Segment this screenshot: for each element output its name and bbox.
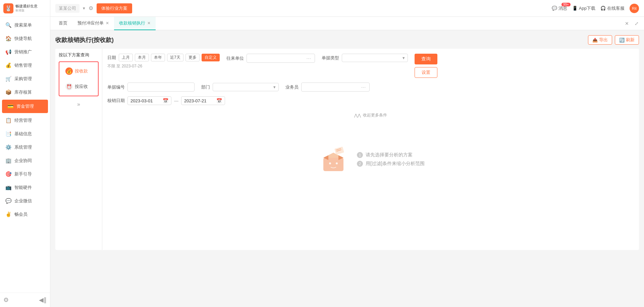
message-btn[interactable]: 💬 消息 99+ [552, 5, 567, 11]
enterprise-icon: 🏢 [5, 157, 12, 164]
date-btn-7days[interactable]: 近7天 [167, 54, 183, 61]
counterparty-dots-icon[interactable]: ··· [307, 56, 311, 61]
company-name[interactable]: 某某公司 [55, 4, 79, 13]
counterparty-input[interactable] [250, 56, 307, 61]
tab-expand[interactable]: ⤢ [633, 19, 641, 28]
sidebar-label-hardware: 智能硬件 [14, 185, 32, 191]
sidebar-item-search[interactable]: 🔍 搜索菜单 [0, 18, 50, 32]
tab-writeoff[interactable]: 收款核销执行 ✕ [114, 17, 156, 30]
industry-btn[interactable]: 体验行业方案 [97, 3, 132, 13]
date-btn-this-month[interactable]: 本月 [135, 54, 149, 61]
tab-home[interactable]: 首页 [54, 17, 72, 30]
sidebar-logo: 🐰 畅捷通好生意 标准版 [0, 0, 50, 17]
sidebar-label-purchase: 采购管理 [14, 76, 32, 82]
date-range-separator: — [174, 98, 178, 103]
marketing-icon: 📢 [5, 49, 12, 55]
online-service-btn[interactable]: 🎧 在线客服 [600, 5, 625, 11]
writeoff-date-end-input[interactable] [184, 98, 214, 103]
sidebar-item-enterprise[interactable]: 🏢 企业协同 [0, 154, 50, 167]
user-avatar[interactable]: Rit [630, 4, 639, 13]
purchase-icon: 🛒 [5, 75, 12, 82]
refresh-button[interactable]: 🔄 刷新 [615, 35, 639, 45]
sidebar-label-guide: 新手引导 [14, 171, 32, 177]
header-right: 💬 消息 99+ 📱 App下载 🎧 在线客服 Rit [552, 4, 639, 13]
app-icon: 📱 [572, 6, 578, 11]
sidebar: 🐰 畅捷通好生意 标准版 🔍 搜索菜单 🏠 快捷导航 📢 营销推广 💰 销售管理… [0, 0, 50, 307]
staff-dots-icon[interactable]: ··· [361, 85, 366, 90]
sidebar-item-marketing[interactable]: 📢 营销推广 [0, 45, 50, 59]
filter-panel: 按以下方案查询 💰 按收款 ⏰ 按应收 » [55, 49, 102, 250]
sidebar-label-marketing: 营销推广 [14, 49, 32, 55]
dept-field: 部门 ▾ [201, 83, 279, 91]
sidebar-item-guide[interactable]: 🎯 新手引导 [0, 167, 50, 181]
sidebar-item-finance[interactable]: 💳 资金管理 [2, 100, 48, 113]
query-button[interactable]: 查询 [415, 54, 437, 64]
sidebar-item-sales[interactable]: 💰 销售管理 [0, 59, 50, 72]
sidebar-item-inventory[interactable]: 📦 库存核算 [0, 86, 50, 99]
date-btn-last-month[interactable]: 上月 [119, 54, 133, 61]
tab-writeoff-close[interactable]: ✕ [147, 21, 151, 25]
tab-prepay[interactable]: 预付冲应付单 ✕ [72, 17, 114, 30]
receipt-option-icon: 💰 [65, 67, 73, 75]
inventory-icon: 📦 [5, 89, 12, 96]
sidebar-label-inventory: 库存核算 [14, 89, 32, 95]
calendar-start-icon[interactable]: 📅 [163, 98, 168, 103]
sidebar-item-basic[interactable]: 📑 基础信息 [0, 127, 50, 141]
finance-icon: 💳 [7, 103, 14, 110]
date-btn-custom[interactable]: 自定义 [202, 54, 220, 61]
sidebar-bottom: ⚙ ◀‖ [0, 293, 50, 307]
form-actions: 查询 设置 [415, 54, 437, 78]
app-download-btn[interactable]: 📱 App下载 [572, 5, 595, 11]
writeoff-date-field: 核销日期 📅 — 📅 [107, 96, 225, 105]
sidebar-label-search: 搜索菜单 [14, 22, 32, 28]
calendar-end-icon[interactable]: 📅 [216, 98, 222, 103]
sidebar-label-quick-nav: 快捷导航 [14, 36, 32, 42]
bill-no-input[interactable] [131, 85, 191, 90]
form-row-3: 核销日期 📅 — 📅 [107, 96, 634, 105]
sidebar-item-hardware[interactable]: 📺 智能硬件 [0, 181, 50, 194]
sidebar-item-system[interactable]: ⚙️ 系统管理 [0, 141, 50, 154]
settings-icon[interactable]: ⚙ [3, 296, 9, 304]
dept-select[interactable]: ▾ [213, 83, 279, 91]
hint-text-1: 请先选择要分析的方案 [366, 152, 413, 158]
collapse-chevron-icon: » [77, 101, 80, 107]
dept-input[interactable] [216, 85, 272, 90]
date-range: 📅 — 📅 [127, 96, 225, 105]
sales-icon: 💰 [5, 62, 12, 69]
staff-input[interactable] [305, 85, 361, 90]
sidebar-label-basic: 基础信息 [14, 131, 32, 137]
receivable-option-icon: ⏰ [65, 83, 73, 90]
bill-no-field: 单据编号 [107, 83, 195, 92]
tab-bar: 首页 预付冲应付单 ✕ 收款核销执行 ✕ ✕ ⤢ [50, 17, 644, 30]
sidebar-item-quick-nav[interactable]: 🏠 快捷导航 [0, 32, 50, 45]
date-btn-this-year[interactable]: 本年 [151, 54, 165, 61]
filter-by-receivable[interactable]: ⏰ 按应收 [62, 80, 95, 93]
export-button[interactable]: 📤 导出 [588, 35, 612, 45]
collapse-sidebar-icon[interactable]: ◀‖ [39, 296, 47, 304]
bill-type-select[interactable]: ▾ [342, 54, 408, 62]
app-download-label: App下载 [579, 5, 595, 11]
hint-num-2: 2 [357, 161, 363, 167]
sidebar-item-wechat[interactable]: 💬 企业微信 [0, 194, 50, 208]
gear-icon[interactable]: ⚙ [89, 5, 93, 11]
filter-by-receipt[interactable]: 💰 按收款 [62, 65, 95, 78]
dropdown-chevron-icon[interactable]: ▾ [83, 6, 85, 11]
page-title-bar: 收款核销执行(按收款) 📤 导出 🔄 刷新 [55, 35, 639, 45]
sidebar-item-member[interactable]: ✌️ 畅会员 [0, 208, 50, 221]
filter-collapse-btn[interactable]: » [59, 101, 99, 107]
logo-text-wrap: 畅捷通好生意 标准版 [15, 4, 38, 13]
top-header: 某某公司 ▾ ⚙ 体验行业方案 💬 消息 99+ 📱 App下载 🎧 在线客服 … [50, 0, 644, 17]
sidebar-item-purchase[interactable]: 🛒 采购管理 [0, 72, 50, 86]
bill-type-field: 单据类型 ▾ [322, 54, 408, 62]
date-btn-more[interactable]: 更多 [185, 54, 200, 61]
logo-title: 畅捷通好生意 [15, 4, 38, 8]
writeoff-date-start-input[interactable] [130, 98, 161, 103]
tab-close-all[interactable]: ✕ [623, 19, 631, 28]
tab-prepay-close[interactable]: ✕ [106, 21, 109, 25]
settings-button[interactable]: 设置 [415, 67, 437, 78]
collapse-more-btn[interactable]: ⋀⋀ 收起更多条件 [352, 110, 390, 121]
svg-point-4 [329, 162, 331, 164]
sidebar-label-sales: 销售管理 [14, 62, 32, 68]
sidebar-item-operation[interactable]: 📋 经营管理 [0, 114, 50, 127]
bill-type-input[interactable] [345, 55, 401, 60]
